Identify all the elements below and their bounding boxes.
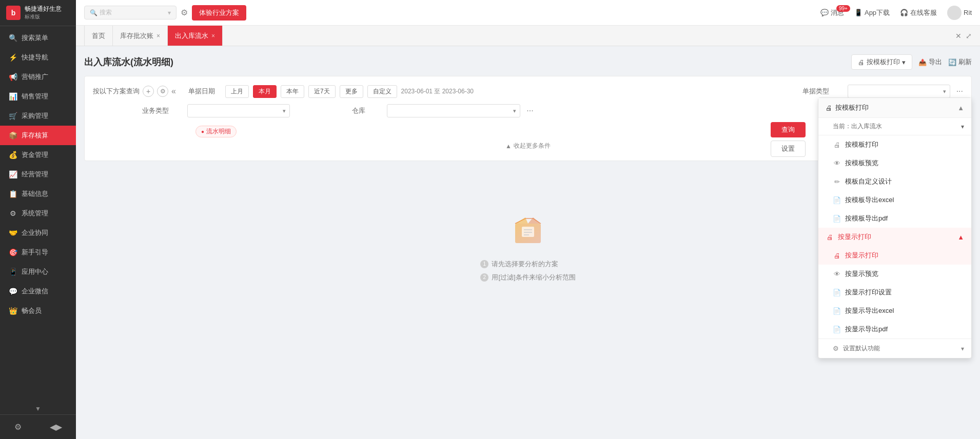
date-btn-7days[interactable]: 近7天 [308, 85, 336, 98]
settings-action-btn[interactable]: 设置 [771, 141, 806, 157]
topbar-left: 🔍 搜索 ▾ ⚙ 体验行业方案 [84, 5, 246, 21]
query-btn[interactable]: 查询 [771, 122, 806, 137]
display-pdf-icon: 📄 [833, 325, 841, 333]
dropdown-display-print[interactable]: 🖨 按显示打印 [818, 246, 971, 265]
voucher-type-select[interactable] [848, 85, 950, 98]
sidebar-item-marketing[interactable]: 📢 营销推广 [0, 67, 76, 87]
sidebar-item-search-menu[interactable]: 🔍 搜索菜单 [0, 28, 76, 48]
sidebar-item-app-center[interactable]: 📱 应用中心 [0, 262, 76, 282]
filter-tag-icon: ● [201, 129, 204, 134]
dropdown-display-pdf[interactable]: 📄 按显示导出pdf [818, 320, 971, 338]
sidebar-item-system[interactable]: ⚙ 系统管理 [0, 204, 76, 223]
sidebar-item-finance[interactable]: 💰 资金管理 [0, 145, 76, 165]
dropdown-display-print-settings[interactable]: 📄 按显示打印设置 [818, 283, 971, 302]
user-avatar [947, 6, 962, 20]
date-btn-custom[interactable]: 自定义 [367, 85, 397, 98]
dropdown-template-preview[interactable]: 👁 按模板预览 [818, 154, 971, 172]
topbar-search-box[interactable]: 🔍 搜索 ▾ [84, 6, 177, 19]
topbar-support-btn[interactable]: 🎧 在线客服 [900, 8, 937, 17]
display-section-icon: 🖨 [826, 233, 834, 241]
sidebar-item-quick-nav[interactable]: ⚡ 快捷导航 [0, 48, 76, 67]
date-btn-this-year[interactable]: 本年 [281, 85, 304, 98]
sidebar-item-basics[interactable]: 📋 基础信息 [0, 184, 76, 204]
tab-inventory-flow-close[interactable]: × [211, 32, 215, 39]
empty-tips: 1 请先选择要分析的方案 2 用[过滤]条件来缩小分析范围 [480, 257, 575, 284]
dropdown-display-preview[interactable]: 👁 按显示预览 [818, 265, 971, 283]
date-btn-more[interactable]: 更多 [340, 85, 363, 98]
dropdown-up-arrow[interactable]: ▲ [957, 104, 964, 112]
svg-rect-3 [522, 227, 534, 237]
sidebar-collapse-btn[interactable]: ◀▶ [47, 419, 65, 435]
print-dropdown-icon: ▾ [902, 58, 906, 66]
warehouse-more-btn[interactable]: ··· [526, 106, 533, 115]
search-add-btn[interactable]: + [143, 86, 154, 97]
search-menu-icon: 🔍 [8, 33, 17, 43]
topbar-app-download-btn[interactable]: 📱 App下载 [854, 8, 890, 17]
inventory-icon: 📦 [8, 131, 17, 140]
template-excel-icon: 📄 [833, 196, 841, 204]
tab-maximize-btn[interactable]: ⤢ [966, 32, 972, 40]
topbar-search-input[interactable]: 搜索 [100, 8, 112, 17]
logo-sub: 标准版 [25, 13, 62, 21]
dropdown-template-print[interactable]: 🖨 按模板打印 [818, 135, 971, 154]
tip-num-1: 1 [480, 260, 488, 268]
sidebar-bottom: ⚙ ◀▶ [0, 414, 76, 439]
dropdown-footer[interactable]: ⚙ 设置默认功能 ▾ [818, 338, 971, 358]
sidebar-item-wechat[interactable]: 💬 企业微信 [0, 282, 76, 301]
marketing-icon: 📢 [8, 72, 17, 82]
dropdown-template-custom[interactable]: ✏ 模板自定义设计 [818, 172, 971, 191]
dropdown-title: 🖨 按模板打印 [826, 103, 869, 112]
sidebar-item-guide[interactable]: 🎯 新手引导 [0, 243, 76, 262]
topbar-user-area[interactable]: Rit [947, 6, 972, 20]
dropdown-template-pdf[interactable]: 📄 按模板导出pdf [818, 209, 971, 228]
sidebar-item-sales[interactable]: 📊 销售管理 [0, 87, 76, 106]
sidebar-item-enterprise[interactable]: 🤝 企业协同 [0, 223, 76, 243]
trial-btn[interactable]: 体验行业方案 [192, 5, 246, 21]
dropdown-display-section[interactable]: 🖨 按显示打印 ▲ [818, 228, 971, 246]
sidebar-item-label: 销售管理 [22, 92, 48, 101]
dropdown-template-excel[interactable]: 📄 按模板导出excel [818, 191, 971, 209]
sidebar-scroll-down[interactable]: ▼ [35, 405, 41, 412]
refresh-btn[interactable]: 🔄 刷新 [948, 57, 972, 67]
tabs-right: ✕ ⤢ [955, 32, 972, 40]
business-type-select[interactable] [187, 104, 290, 117]
sidebar-item-vip[interactable]: 👑 畅会员 [0, 301, 76, 321]
tab-batch-account-close[interactable]: × [156, 32, 160, 39]
refresh-icon: 🔄 [948, 58, 956, 66]
operations-icon: 📈 [8, 170, 17, 179]
sales-icon: 📊 [8, 92, 17, 101]
warehouse-select[interactable] [387, 104, 520, 117]
sidebar-item-purchase[interactable]: 🛒 采购管理 [0, 106, 76, 126]
tab-close-all-btn[interactable]: ✕ [955, 32, 962, 40]
sidebar-settings-btn[interactable]: ⚙ [11, 419, 25, 435]
topbar-right: 💬 消息 99+ 📱 App下载 🎧 在线客服 Rit [820, 6, 972, 20]
sidebar-item-label: 搜索菜单 [22, 33, 48, 43]
sidebar-item-inventory[interactable]: 📦 库存核算 [0, 126, 76, 145]
export-btn[interactable]: 📤 导出 [918, 57, 942, 67]
tab-home[interactable]: 首页 [84, 26, 113, 46]
tab-batch-account[interactable]: 库存批次账 × [113, 26, 168, 46]
date-btn-this-month[interactable]: 本月 [253, 85, 277, 98]
topbar-message-btn[interactable]: 💬 消息 99+ [820, 8, 844, 17]
warehouse-select-wrapper [387, 104, 520, 117]
tab-inventory-flow[interactable]: 出入库流水 × [168, 26, 223, 46]
page-title: 出入库流水(流水明细) [84, 56, 173, 68]
print-icon: 🖨 [858, 58, 865, 66]
business-type-area: 业务类型 ··· [142, 104, 303, 117]
dropdown-display-excel[interactable]: 📄 按显示导出excel [818, 302, 971, 320]
search-setting-btn[interactable]: ⚙ [157, 86, 168, 97]
basics-icon: 📋 [8, 189, 17, 198]
support-label: 在线客服 [910, 8, 937, 17]
warehouse-label: 仓库 [352, 106, 383, 115]
date-range-display: 2023-06-01 至 2023-06-30 [401, 87, 474, 96]
sidebar-item-label: 库存核算 [22, 131, 48, 140]
print-btn[interactable]: 🖨 按模板打印 ▾ [851, 54, 912, 70]
search-collapse-btn[interactable]: « [171, 87, 176, 96]
sidebar-item-operations[interactable]: 📈 经营管理 [0, 165, 76, 184]
search-actions: 按以下方案查询 + ⚙ « [93, 86, 176, 97]
filter-tag-flow-detail[interactable]: ● 流水明细 [195, 126, 237, 137]
topbar-gear-btn[interactable]: ⚙ [181, 8, 188, 17]
voucher-type-more-btn[interactable]: ··· [956, 87, 963, 96]
date-btn-last-month[interactable]: 上月 [225, 85, 249, 98]
search-row-1: 按以下方案查询 + ⚙ « 单据日期 上月 本月 本年 近7天 更多 自定义 [93, 85, 963, 98]
